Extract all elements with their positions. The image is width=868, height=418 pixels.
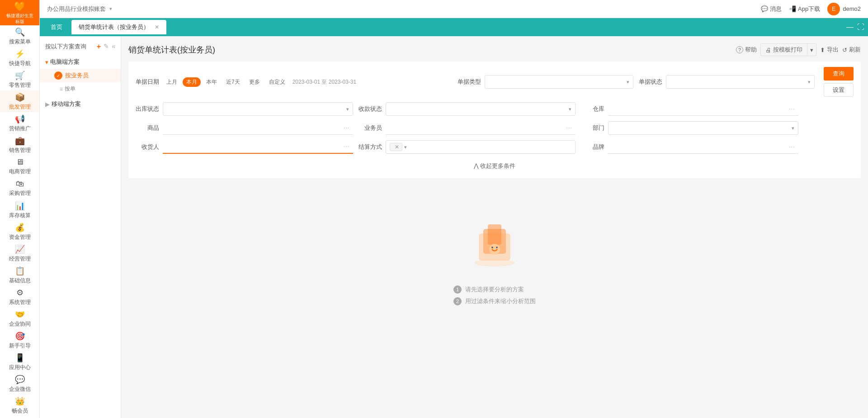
- sidebar-item-sales[interactable]: 💼 销售管理: [0, 134, 40, 156]
- settlement-tag-remove[interactable]: ✕: [395, 144, 399, 150]
- panel-item-by-salesperson[interactable]: ✓ 按业务员: [40, 69, 121, 82]
- filter-doc-status-item: 单据状态 ▾: [639, 75, 815, 89]
- date-filter-label: 单据日期: [136, 78, 159, 86]
- sidebar-item-ops[interactable]: 📈 经营管理: [0, 242, 40, 264]
- receipt-status-label: 收款状态: [359, 105, 382, 113]
- panel-group-mobile-title[interactable]: ▶ 移动端方案: [40, 97, 121, 111]
- receiver-input[interactable]: [166, 143, 343, 150]
- sidebar-item-ecom[interactable]: 🖥 电商管理: [0, 156, 40, 177]
- doc-status-select[interactable]: [670, 79, 806, 86]
- sidebar-item-label: 畅会员: [12, 407, 28, 415]
- settlement-label: 结算方式: [359, 143, 382, 151]
- svg-point-6: [496, 247, 498, 248]
- receipt-status-chevron: ▾: [569, 106, 571, 112]
- receiver-dots[interactable]: ···: [343, 142, 349, 151]
- template-print-btn[interactable]: 🖨 按模板打印 ▾: [760, 43, 816, 56]
- date-tag-7-days[interactable]: 近7天: [222, 77, 244, 87]
- filter-doc-type-item: 单据类型 ▾: [458, 75, 633, 89]
- sidebar-item-inventory[interactable]: 📊 库存核算: [0, 199, 40, 221]
- sidebar-item-label: 企业协同: [9, 320, 31, 328]
- top-header: 办公用品行业模拟账套 ▾ 💬 消息 📲 App下载 E demo2: [40, 0, 868, 18]
- refresh-btn[interactable]: ↺ 刷新: [842, 43, 861, 56]
- sidebar-item-app-center[interactable]: 📱 应用中心: [0, 351, 40, 373]
- template-print-dropdown-icon[interactable]: ▾: [807, 44, 816, 56]
- tab-minimize-icon[interactable]: —: [846, 23, 854, 31]
- brand-dots[interactable]: ···: [789, 143, 795, 151]
- collapse-panel-btn[interactable]: «: [112, 43, 115, 51]
- sidebar-app-title: 畅捷通好生意标版: [6, 13, 33, 24]
- sidebar-item-label: 批发管理: [9, 103, 31, 111]
- inventory-icon: 📊: [15, 201, 25, 211]
- out-status-select[interactable]: [167, 106, 344, 113]
- sidebar-item-member[interactable]: 👑 畅会员: [0, 394, 40, 416]
- sidebar-item-label: 快捷导航: [9, 60, 31, 67]
- product-input[interactable]: [166, 124, 343, 131]
- sidebar-item-label: 采购管理: [9, 190, 31, 197]
- search-menu-icon: 🔍: [15, 27, 25, 37]
- main-area: 办公用品行业模拟账套 ▾ 💬 消息 📲 App下载 E demo2 首页 销货单…: [40, 0, 868, 418]
- sales-rep-input[interactable]: [389, 124, 566, 131]
- date-tag-custom[interactable]: 自定义: [265, 77, 289, 87]
- receipt-status-select[interactable]: [390, 106, 567, 113]
- wechat-icon: 💬: [15, 375, 25, 385]
- dept-select[interactable]: [612, 125, 790, 132]
- tab-maximize-icon[interactable]: ⛶: [857, 23, 864, 31]
- empty-state: 1 请先选择要分析的方案 2 用过滤条件来缩小分析范围: [128, 184, 861, 342]
- sales-rep-dots[interactable]: ···: [566, 124, 572, 132]
- tab-bar: 首页 销货单统计表（按业务员） ✕ — ⛶: [40, 18, 868, 36]
- warehouse-input[interactable]: [612, 105, 788, 112]
- doc-type-label: 单据类型: [458, 78, 481, 86]
- warehouse-dots[interactable]: ···: [789, 105, 795, 113]
- export-btn[interactable]: ⬆ 导出: [820, 43, 839, 56]
- sidebar-item-enterprise[interactable]: 🤝 企业协同: [0, 308, 40, 329]
- sidebar-item-retail[interactable]: 🛒 零售管理: [0, 69, 40, 90]
- date-tag-this-year[interactable]: 本年: [203, 77, 221, 87]
- sidebar-item-sys[interactable]: ⚙ 系统管理: [0, 286, 40, 308]
- brand-input[interactable]: [612, 143, 788, 150]
- filter-date-item: 单据日期 上月 本月 本年 近7天 更多 自定义 2023-03-01 至 20…: [136, 77, 452, 87]
- product-label: 商品: [136, 124, 159, 132]
- query-btn[interactable]: 查询: [824, 67, 854, 81]
- tip-num-1: 1: [453, 285, 462, 294]
- product-dots[interactable]: ···: [343, 124, 349, 132]
- panel-item-label: 按业务员: [65, 71, 89, 80]
- sidebar-item-basic-info[interactable]: 📋 基础信息: [0, 264, 40, 286]
- filter-product-item: 商品 ···: [136, 121, 353, 135]
- setting-btn[interactable]: 设置: [824, 83, 854, 97]
- sidebar-item-marketing[interactable]: 📢 营销推广: [0, 112, 40, 134]
- tab-sales-stat[interactable]: 销货单统计表（按业务员） ✕: [71, 20, 166, 34]
- sidebar-item-search-menu[interactable]: 🔍 搜索菜单: [0, 25, 40, 47]
- tab-close-icon[interactable]: ✕: [155, 24, 159, 30]
- panel-group-desktop-title[interactable]: ▾ 电脑端方案: [40, 55, 121, 69]
- app-download-btn[interactable]: 📲 App下载: [789, 5, 820, 13]
- workspace-dropdown-icon[interactable]: ▾: [109, 6, 112, 12]
- collapse-row[interactable]: ⋀ 收起更多条件: [136, 159, 854, 173]
- date-tag-last-month[interactable]: 上月: [163, 77, 181, 87]
- expand-icon2: ▶: [45, 101, 50, 108]
- edit-scheme-btn[interactable]: ✎: [104, 43, 109, 51]
- svg-point-4: [489, 244, 500, 255]
- sidebar-item-enterprise-wechat[interactable]: 💬 企业微信: [0, 373, 40, 394]
- message-btn[interactable]: 💬 消息: [761, 5, 782, 13]
- add-scheme-btn[interactable]: +: [97, 43, 101, 51]
- sidebar-item-purchase[interactable]: 🛍 采购管理: [0, 177, 40, 199]
- user-menu-btn[interactable]: E demo2: [827, 3, 861, 15]
- sidebar-item-wholesale[interactable]: 📦 批发管理: [0, 90, 40, 112]
- filter-sales-rep-item: 业务员 ···: [359, 121, 576, 135]
- empty-tip-2: 2 用过滤条件来缩小分析范围: [453, 297, 536, 305]
- panel-item-by-order[interactable]: ≡ 按单: [40, 82, 121, 95]
- filter-row-3: 商品 ··· 业务员 ··· 部门: [136, 121, 854, 135]
- tip-text-1: 请先选择要分析的方案: [465, 285, 524, 294]
- sidebar-item-finance[interactable]: 💰 资金管理: [0, 221, 40, 242]
- app-download-icon: 📲: [789, 5, 796, 12]
- tab-home[interactable]: 首页: [43, 20, 70, 34]
- help-btn[interactable]: ? 帮助: [736, 43, 757, 56]
- date-tag-this-month[interactable]: 本月: [183, 77, 201, 87]
- sidebar-item-quick-nav[interactable]: ⚡ 快捷导航: [0, 47, 40, 69]
- sidebar-item-label: 企业微信: [9, 385, 31, 393]
- brand-label: 品牌: [581, 143, 604, 151]
- sidebar-item-new-guide[interactable]: 🎯 新手引导: [0, 329, 40, 351]
- doc-type-select[interactable]: [489, 79, 625, 86]
- app-center-icon: 📱: [15, 353, 25, 363]
- date-tag-more[interactable]: 更多: [245, 77, 264, 87]
